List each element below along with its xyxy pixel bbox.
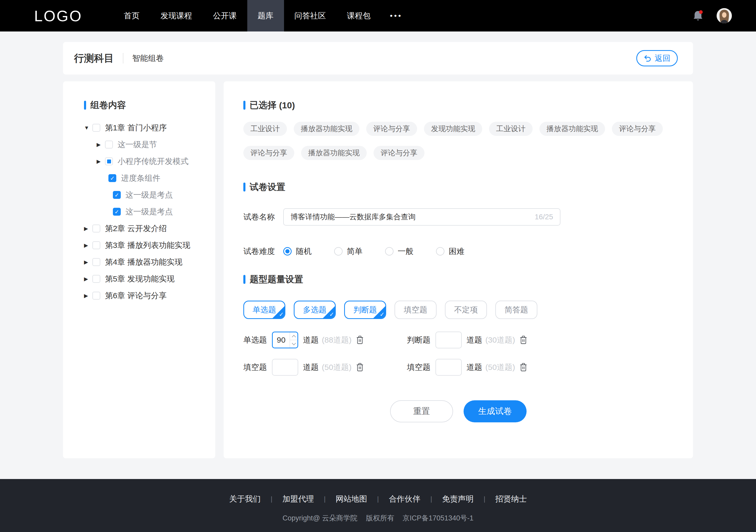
check-icon: ✓: [110, 175, 115, 181]
selected-tag[interactable]: 发现功能实现: [424, 122, 482, 136]
difficulty-option[interactable]: 困难: [436, 246, 464, 257]
tree-row: ▶小程序传统开发模式: [84, 153, 207, 170]
question-type-button[interactable]: 判断题✓: [344, 301, 386, 319]
tree-checkbox-checked[interactable]: ✓: [108, 174, 116, 182]
tree-checkbox-unchecked[interactable]: [93, 292, 100, 300]
nav-item[interactable]: 发现课程: [150, 0, 202, 32]
question-type-button[interactable]: 填空题: [394, 301, 437, 319]
paper-settings-title: 试卷设置: [250, 181, 285, 193]
generate-button[interactable]: 生成试卷: [464, 400, 526, 422]
paper-name-counter: 16/25: [535, 213, 553, 221]
selected-tag[interactable]: 评论与分享: [612, 122, 663, 136]
question-type-button[interactable]: 单选题✓: [243, 301, 285, 319]
paper-name-input[interactable]: 博客详情功能——云数据库多集合查询 16/25: [283, 208, 560, 226]
quantity-value: [273, 359, 298, 375]
nav-item[interactable]: 问答社区: [284, 0, 337, 32]
main-card: 已选择 (10) 工业设计播放器功能实现评论与分享发现功能实现工业设计播放器功能…: [224, 81, 693, 458]
nav-item[interactable]: 题库: [247, 0, 284, 32]
footer: 关于我们|加盟代理|网站地图|合作伙伴|免责声明|招贤纳士 Copyright@…: [0, 479, 756, 532]
selected-tags: 工业设计播放器功能实现评论与分享发现功能实现工业设计播放器功能实现评论与分享评论…: [243, 122, 673, 160]
section-accent-bar: [243, 275, 245, 284]
user-avatar[interactable]: [716, 8, 732, 23]
back-button-label: 返回: [655, 53, 670, 64]
nav-item[interactable]: 首页: [113, 0, 150, 32]
tree-row: ✓进度条组件: [84, 170, 207, 187]
nav-item[interactable]: 公开课: [202, 0, 247, 32]
tree-expand-icon[interactable]: ▶: [96, 141, 105, 148]
radio-icon[interactable]: [385, 247, 393, 256]
tree-expand-icon[interactable]: ▶: [96, 158, 105, 165]
delete-row-button[interactable]: [519, 363, 527, 372]
radio-selected-icon[interactable]: [283, 247, 292, 256]
delete-row-button[interactable]: [356, 363, 364, 372]
tree-expand-icon[interactable]: ▶: [84, 276, 93, 282]
selected-tag[interactable]: 评论与分享: [373, 146, 424, 160]
difficulty-radio-group: 随机简单一般困难: [283, 246, 487, 257]
difficulty-option[interactable]: 一般: [385, 246, 414, 257]
reset-button[interactable]: 重置: [390, 400, 453, 422]
question-type-button[interactable]: 不定项: [445, 301, 487, 319]
radio-icon[interactable]: [436, 247, 445, 256]
tree-row: ▶第6章 评论与分享: [84, 287, 207, 304]
tree-expand-icon[interactable]: ▶: [84, 259, 93, 265]
footer-link[interactable]: 关于我们: [229, 494, 261, 504]
tree-checkbox-checked[interactable]: ✓: [113, 208, 121, 215]
notification-bell-icon[interactable]: [692, 10, 704, 22]
copyright-text: Copyright@ 云朵商学院: [283, 513, 357, 523]
footer-links: 关于我们|加盟代理|网站地图|合作伙伴|免责声明|招贤纳士: [229, 494, 527, 504]
footer-link-separator: |: [483, 495, 485, 503]
quantity-input[interactable]: [272, 359, 298, 376]
difficulty-option-label: 一般: [398, 246, 414, 257]
tree-collapse-icon[interactable]: ▼: [84, 125, 93, 131]
footer-link[interactable]: 网站地图: [336, 494, 367, 504]
tree-checkbox-unchecked[interactable]: [93, 258, 100, 266]
quantity-input[interactable]: [436, 332, 462, 348]
difficulty-option[interactable]: 随机: [283, 246, 311, 257]
footer-link[interactable]: 加盟代理: [283, 494, 314, 504]
quantity-input[interactable]: [436, 359, 462, 376]
footer-link[interactable]: 免责声明: [442, 494, 473, 504]
quantity-input[interactable]: 90: [272, 332, 298, 348]
selected-tag[interactable]: 评论与分享: [366, 122, 417, 136]
title-divider: [123, 53, 123, 63]
back-button[interactable]: 返回: [636, 50, 678, 66]
footer-link-separator: |: [377, 495, 379, 503]
delete-row-button[interactable]: [519, 335, 527, 345]
tree-checkbox-unchecked[interactable]: [105, 140, 113, 148]
delete-row-button[interactable]: [356, 335, 364, 345]
undo-arrow-icon: [644, 54, 652, 62]
tree-checkbox-unchecked[interactable]: [93, 241, 100, 249]
question-type-button[interactable]: 多选题✓: [294, 301, 336, 319]
tree-node-label: 第5章 发现功能实现: [105, 274, 175, 284]
tree-expand-icon[interactable]: ▶: [84, 292, 93, 299]
selected-title: 已选择: [250, 99, 276, 111]
tree-row: ✓这一级是考点: [84, 187, 207, 203]
tree-checkbox-indeterminate[interactable]: [105, 157, 113, 165]
tree-expand-icon[interactable]: ▶: [84, 225, 93, 232]
selected-tag[interactable]: 评论与分享: [243, 146, 294, 160]
nav-more-button[interactable]: •••: [381, 0, 411, 32]
selected-tag[interactable]: 播放器功能实现: [301, 146, 367, 160]
question-type-button[interactable]: 简答题: [495, 301, 537, 319]
difficulty-option[interactable]: 简单: [334, 246, 363, 257]
radio-icon[interactable]: [334, 247, 342, 256]
quantity-value: 90: [273, 332, 289, 347]
tree-row: ✓这一级是考点: [84, 203, 207, 220]
nav-item[interactable]: 课程包: [337, 0, 381, 32]
selected-section-title: 已选择 (10): [243, 99, 673, 111]
tree-checkbox-unchecked[interactable]: [93, 225, 100, 232]
tree-checkbox-checked[interactable]: ✓: [113, 191, 121, 199]
quantity-row: 填空题道题(50道题): [407, 359, 570, 376]
stepper-up-button[interactable]: [290, 332, 297, 340]
footer-link[interactable]: 招贤纳士: [495, 494, 527, 504]
selected-tag[interactable]: 工业设计: [243, 122, 287, 136]
selected-tag[interactable]: 播放器功能实现: [294, 122, 359, 136]
footer-link[interactable]: 合作伙伴: [389, 494, 420, 504]
copyright-text: 版权所有: [366, 513, 394, 523]
tree-expand-icon[interactable]: ▶: [84, 242, 93, 248]
selected-tag[interactable]: 工业设计: [489, 122, 533, 136]
stepper-down-button[interactable]: [290, 340, 297, 347]
tree-checkbox-unchecked[interactable]: [93, 124, 100, 132]
selected-tag[interactable]: 播放器功能实现: [539, 122, 605, 136]
tree-checkbox-unchecked[interactable]: [93, 275, 100, 283]
